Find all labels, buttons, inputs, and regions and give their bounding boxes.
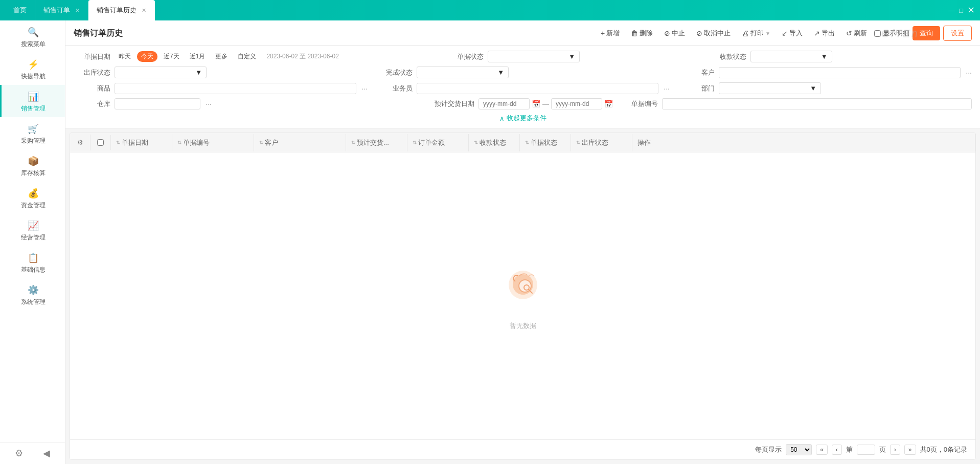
add-button[interactable]: + 新增 (597, 27, 624, 40)
toolbar: + 新增 🗑 删除 ⊘ 中止 ⊘ 取消中止 🖨 打印 (597, 26, 972, 41)
stop-button[interactable]: ⊘ 中止 (660, 27, 689, 40)
tab-sales-order[interactable]: 销售订单 ✕ (35, 0, 88, 20)
sort-order-icon[interactable]: ⇅ (525, 140, 529, 145)
add-icon: + (601, 29, 605, 37)
show-detail-checkbox[interactable] (874, 30, 881, 37)
date-filter-value: 昨天 今天 近7天 近1月 更多 自定义 2023-06-02 至 2023-0… (115, 51, 447, 62)
salesman-input[interactable] (417, 83, 658, 94)
date-tab-more[interactable]: 更多 (211, 51, 232, 62)
complete-filter-value: ▼ (417, 67, 670, 78)
close-window-icon[interactable]: ✕ (967, 5, 975, 16)
sidebar-settings-icon[interactable]: ⚙ (15, 448, 23, 459)
page-header: 销售订单历史 + 新增 🗑 删除 ⊘ 中止 ⊘ 取消中止 (65, 20, 980, 46)
sidebar-item-inventory[interactable]: 📦 库存核算 (0, 149, 65, 182)
sort-customer-icon[interactable]: ⇅ (259, 140, 263, 145)
select-all-checkbox[interactable] (97, 139, 104, 146)
salesman-more-icon[interactable]: ··· (664, 84, 670, 93)
collapse-up-icon: ∧ (499, 115, 505, 122)
calendar-end-icon[interactable]: 📅 (604, 100, 613, 108)
th-check[interactable] (90, 135, 111, 150)
out-status-select[interactable]: ▼ (115, 67, 207, 78)
status-label: 单据状态 (447, 52, 488, 61)
date-tabs: 昨天 今天 近7天 近1月 更多 自定义 (115, 51, 260, 62)
inventory-icon: 📦 (28, 156, 39, 167)
close-history-tab[interactable]: ✕ (142, 7, 146, 14)
delivery-date-end[interactable] (551, 98, 602, 109)
table-settings-icon[interactable]: ⚙ (77, 139, 83, 146)
chevron-down-icon4: ▼ (497, 69, 504, 76)
import-button[interactable]: ↙ 导入 (778, 27, 807, 40)
sidebar-bottom: ⚙ ◀ (0, 442, 65, 464)
per-page-select[interactable]: 50 10 20 100 (786, 444, 812, 455)
empty-state: 暂无数据 (70, 152, 975, 439)
sidebar-item-quicknav[interactable]: ⚡ 快捷导航 (0, 53, 65, 85)
complete-status-select[interactable]: ▼ (417, 67, 509, 78)
last-page-button[interactable]: » (904, 445, 916, 455)
next-page-button[interactable]: › (890, 445, 900, 455)
customer-more-icon[interactable]: ··· (966, 69, 972, 77)
query-button[interactable]: 查询 (913, 26, 940, 40)
th-date: ⇅ 单据日期 (111, 134, 172, 151)
sidebar-item-purchase[interactable]: 🛒 采购管理 (0, 117, 65, 149)
sidebar-item-management[interactable]: 📈 经营管理 (0, 214, 65, 246)
sidebar-collapse-icon[interactable]: ◀ (43, 448, 50, 459)
sort-delivery-icon[interactable]: ⇅ (351, 140, 355, 145)
order-no-input[interactable] (662, 98, 972, 109)
settings-button[interactable]: 设置 (943, 26, 972, 41)
first-page-button[interactable]: « (816, 445, 828, 455)
page-title: 销售订单历史 (74, 28, 123, 39)
sidebar-item-search[interactable]: 🔍 搜索菜单 (0, 20, 65, 53)
delete-button[interactable]: 🗑 删除 (627, 27, 657, 40)
customer-input[interactable] (719, 67, 961, 78)
maximize-icon[interactable]: □ (959, 7, 963, 14)
sidebar-item-sales[interactable]: 📊 销售管理 (0, 85, 65, 117)
refresh-button[interactable]: ↺ 刷新 (842, 27, 871, 40)
sort-date-icon[interactable]: ⇅ (116, 140, 120, 145)
delete-icon: 🗑 (631, 29, 638, 37)
pay-status-select[interactable]: ▼ (750, 51, 832, 62)
date-tab-1month[interactable]: 近1月 (186, 51, 210, 62)
date-range-separator: — (542, 100, 549, 108)
sort-pay-icon[interactable]: ⇅ (474, 140, 478, 145)
content-area: 销售订单历史 + 新增 🗑 删除 ⊘ 中止 ⊘ 取消中止 (65, 20, 980, 464)
tab-sales-order-history[interactable]: 销售订单历史 ✕ (88, 0, 155, 20)
prev-page-button[interactable]: ‹ (832, 445, 842, 455)
sidebar-item-finance[interactable]: 💰 资金管理 (0, 182, 65, 214)
collapse-row[interactable]: ∧ 收起更多条件 (74, 114, 972, 123)
sort-amount-icon[interactable]: ⇅ (413, 140, 417, 145)
goods-more-icon[interactable]: ··· (361, 84, 368, 93)
delivery-date-start[interactable] (478, 98, 530, 109)
print-button[interactable]: 🖨 打印 ▼ (738, 27, 774, 40)
date-tab-custom[interactable]: 自定义 (234, 51, 260, 62)
collapse-text: 收起更多条件 (507, 114, 546, 123)
dept-select[interactable]: ▼ (719, 82, 821, 94)
status-select[interactable]: ▼ (488, 51, 580, 62)
date-tab-7days[interactable]: 近7天 (159, 51, 184, 62)
date-tab-today[interactable]: 今天 (137, 51, 157, 62)
pay-status-filter-value: ▼ (750, 51, 972, 62)
refresh-icon: ↺ (846, 29, 852, 37)
date-tab-yesterday[interactable]: 昨天 (115, 51, 135, 62)
tab-home[interactable]: 首页 (5, 0, 35, 20)
table-header: ⚙ ⇅ 单据日期 ⇅ 单据编号 ⇅ 客户 ⇅ (70, 133, 975, 152)
customer-filter-value: ··· (719, 67, 972, 78)
warehouse-more-icon[interactable]: ··· (206, 100, 212, 108)
sidebar-item-system[interactable]: ⚙️ 系统管理 (0, 278, 65, 311)
goods-input[interactable] (115, 83, 356, 94)
page-number-input[interactable]: 1 (857, 445, 875, 455)
pagination-bar: 每页显示 50 10 20 100 « ‹ 第 1 页 › » 共0页，0条记录 (70, 439, 975, 459)
export-button[interactable]: ↗ 导出 (810, 27, 839, 40)
warehouse-input[interactable] (115, 98, 200, 109)
sort-num-icon[interactable]: ⇅ (177, 140, 181, 145)
minimize-icon[interactable]: — (948, 7, 955, 14)
cancel-stop-button[interactable]: ⊘ 取消中止 (692, 27, 735, 40)
date-label: 单据日期 (74, 52, 115, 61)
calendar-start-icon[interactable]: 📅 (532, 100, 540, 108)
sidebar-item-basic[interactable]: 📋 基础信息 (0, 246, 65, 278)
goods-filter-value: ··· (115, 83, 368, 94)
sidebar: 🔍 搜索菜单 ⚡ 快捷导航 📊 销售管理 🛒 采购管理 📦 库存核算 💰 资金管… (0, 20, 65, 464)
system-icon: ⚙️ (28, 284, 39, 296)
th-settings[interactable]: ⚙ (70, 135, 90, 150)
close-sales-order-tab[interactable]: ✕ (75, 7, 80, 14)
sort-out-icon[interactable]: ⇅ (576, 140, 580, 145)
